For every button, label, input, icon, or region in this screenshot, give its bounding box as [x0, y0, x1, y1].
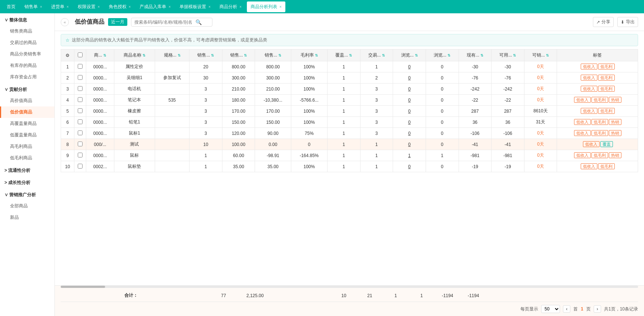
sidebar-item-inventory-goods[interactable]: 有库存的商品: [0, 60, 54, 71]
nav-templates[interactable]: 单据模板设置 ×: [176, 1, 214, 12]
tag[interactable]: 低收入: [581, 75, 597, 81]
view1-link[interactable]: 0: [408, 75, 411, 81]
search-input[interactable]: [134, 20, 194, 25]
nav-close-analysis[interactable]: ×: [239, 5, 242, 9]
sidebar-item-high-margin[interactable]: 高毛利商品: [0, 141, 54, 152]
sidebar-item-low-margin[interactable]: 低毛利商品: [0, 152, 54, 164]
nav-close-templates[interactable]: ×: [208, 5, 211, 9]
tag[interactable]: 热销: [609, 119, 621, 125]
row-checkbox[interactable]: [78, 108, 83, 113]
nav-permissions[interactable]: 权限设置 ×: [74, 1, 104, 12]
nav-sales[interactable]: 销售单 ×: [21, 1, 46, 12]
col-code[interactable]: 商...⇅: [86, 50, 114, 61]
view1-link[interactable]: 1: [408, 153, 411, 158]
cell-view1[interactable]: 1: [393, 150, 426, 161]
col-sellable[interactable]: 可销...⇅: [524, 50, 557, 61]
row-checkbox[interactable]: [78, 142, 83, 146]
cell-view1[interactable]: 0: [393, 61, 426, 72]
col-view1[interactable]: 浏览...⇅: [393, 50, 426, 61]
nav-close-products[interactable]: ×: [168, 5, 171, 9]
col-stock[interactable]: 现有...⇅: [459, 50, 492, 61]
view1-link[interactable]: 0: [408, 120, 411, 125]
cell-view1[interactable]: 0: [393, 72, 426, 84]
sidebar-item-low-coverage[interactable]: 低覆盖量商品: [0, 129, 54, 141]
sidebar-item-new-goods[interactable]: 新品: [0, 212, 54, 223]
scroll-bar[interactable]: [61, 286, 638, 288]
view1-link[interactable]: 0: [408, 131, 411, 136]
cell-checkbox[interactable]: [74, 72, 86, 84]
cell-checkbox[interactable]: [74, 150, 86, 161]
col-name[interactable]: 商品名称⇅: [114, 50, 155, 61]
sidebar-item-traded-goods[interactable]: 交易过的商品: [0, 37, 54, 48]
tag[interactable]: 低收入: [581, 64, 597, 69]
row-checkbox[interactable]: [78, 86, 83, 91]
col-trade[interactable]: 交易...⇅: [360, 50, 393, 61]
sidebar-section-contribution[interactable]: ∨ 贡献分析: [0, 83, 54, 95]
cell-view1[interactable]: 0: [393, 95, 426, 106]
col-view2[interactable]: 浏览...⇅: [426, 50, 459, 61]
sidebar-section-growth[interactable]: > 成长性分析: [0, 176, 54, 188]
tag[interactable]: 低毛利: [598, 163, 615, 169]
tag[interactable]: 低收入: [581, 163, 597, 169]
sidebar-collapse-btn[interactable]: «: [61, 18, 69, 26]
nav-close-sales[interactable]: ×: [40, 5, 42, 9]
col-sales1[interactable]: 销售...⇅: [222, 50, 255, 61]
sidebar-item-all-goods[interactable]: 全部商品: [0, 200, 54, 212]
nav-purchase[interactable]: 进货单 ×: [47, 1, 73, 12]
col-margin[interactable]: 毛利率⇅: [291, 50, 327, 61]
nav-close-purchase[interactable]: ×: [67, 5, 69, 9]
tag[interactable]: 低收入: [574, 97, 591, 103]
col-usable[interactable]: 可用...⇅: [492, 50, 524, 61]
row-checkbox[interactable]: [78, 164, 83, 169]
tag[interactable]: 低收入: [574, 119, 591, 125]
time-badge[interactable]: 近一月: [108, 18, 127, 26]
view1-link[interactable]: 0: [408, 98, 411, 103]
tag[interactable]: 低收入: [574, 152, 591, 158]
cell-checkbox[interactable]: [74, 128, 86, 139]
search-icon[interactable]: 🔍: [195, 19, 202, 25]
cell-checkbox[interactable]: [74, 106, 86, 117]
row-checkbox[interactable]: [78, 130, 83, 135]
view1-link[interactable]: 0: [408, 142, 411, 147]
view1-link[interactable]: 0: [408, 109, 411, 114]
export-button[interactable]: ⬇ 导出: [617, 17, 638, 27]
nav-close-roles[interactable]: ×: [129, 5, 131, 9]
page-prev-btn[interactable]: ‹: [563, 305, 570, 313]
nav-close-permissions[interactable]: ×: [98, 5, 100, 9]
cell-checkbox[interactable]: [74, 139, 86, 150]
cell-view1[interactable]: 0: [393, 161, 426, 172]
row-checkbox[interactable]: [78, 119, 83, 124]
tag[interactable]: 低收入: [583, 141, 600, 147]
cell-view1[interactable]: 0: [393, 106, 426, 117]
tag[interactable]: 低收入: [581, 86, 597, 92]
tag[interactable]: 低毛利: [598, 86, 615, 92]
cell-checkbox[interactable]: [74, 84, 86, 95]
cell-checkbox[interactable]: [74, 95, 86, 106]
nav-products[interactable]: 产成品入库单 ×: [136, 1, 174, 12]
nav-roles[interactable]: 角色授权 ×: [105, 1, 135, 12]
row-checkbox[interactable]: [78, 75, 83, 80]
tag[interactable]: 低毛利: [591, 119, 608, 125]
sidebar-item-high-coverage[interactable]: 高覆盖量商品: [0, 118, 54, 129]
tag[interactable]: 低毛利: [591, 152, 608, 158]
tag[interactable]: 低毛利: [591, 97, 608, 103]
sidebar-item-inventory-capital[interactable]: 库存资金占用: [0, 71, 54, 83]
row-checkbox[interactable]: [78, 64, 83, 69]
sidebar-section-circulation[interactable]: > 流通性分析: [0, 164, 54, 176]
col-sales2[interactable]: 销售...⇅: [255, 50, 291, 61]
tag[interactable]: 低毛利: [598, 75, 615, 81]
tag[interactable]: 低毛利: [598, 108, 615, 114]
tag[interactable]: 低收入: [574, 130, 591, 136]
cell-checkbox[interactable]: [74, 61, 86, 72]
sidebar-item-sales-goods[interactable]: 销售类商品: [0, 26, 54, 37]
tag[interactable]: 覆盖: [600, 141, 613, 147]
tag[interactable]: 热销: [609, 152, 621, 158]
cell-view1[interactable]: 0: [393, 128, 426, 139]
select-all-checkbox[interactable]: [78, 52, 83, 57]
share-button[interactable]: ↗ 分享: [593, 17, 614, 27]
col-gear[interactable]: ⚙: [61, 50, 74, 61]
sidebar-item-high-value[interactable]: 高价值商品: [0, 95, 54, 106]
sidebar-item-category-rate[interactable]: 商品分类销售率: [0, 48, 54, 60]
col-checkbox[interactable]: [74, 50, 86, 61]
tag[interactable]: 低收入: [581, 108, 597, 114]
